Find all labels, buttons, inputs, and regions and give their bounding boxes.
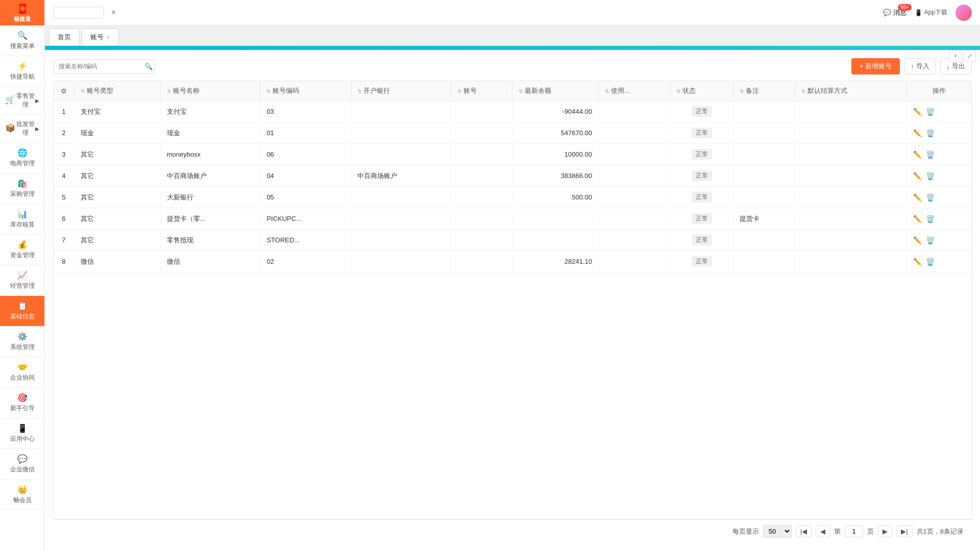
col-balance-label: 最新余额 — [525, 87, 551, 94]
cell-code: 03 — [260, 101, 351, 122]
close-tab-button[interactable]: × — [949, 50, 962, 62]
prev-page-button[interactable]: ◀ — [816, 525, 830, 537]
delete-icon[interactable]: 🗑️ — [926, 129, 935, 137]
edit-icon[interactable]: ✏️ — [913, 172, 922, 180]
delete-icon[interactable]: 🗑️ — [926, 215, 935, 223]
cell-balance: 547670.00 — [512, 122, 598, 144]
col-settings[interactable]: ⚙ — [54, 81, 74, 101]
edit-icon[interactable]: ✏️ — [913, 236, 922, 244]
sidebar-item-system[interactable]: ⚙️系统管理 — [0, 327, 44, 357]
col-balance[interactable]: ⇅最新余额 — [512, 81, 598, 101]
sidebar-item-wechat[interactable]: 💬企业微信 — [0, 449, 44, 480]
col-code[interactable]: ⇅账号编码 — [260, 81, 351, 101]
expand-tab-button[interactable]: ⤢ — [964, 50, 976, 62]
cell-settlement — [795, 101, 907, 122]
last-page-button[interactable]: ▶| — [896, 525, 912, 537]
delete-icon[interactable]: 🗑️ — [926, 151, 935, 159]
sidebar-item-member[interactable]: 👑畅会员 — [0, 480, 44, 510]
app-download-button[interactable]: 📱 App下载 — [915, 8, 947, 17]
cell-bank — [351, 208, 451, 230]
col-usage[interactable]: ⇅使用... — [598, 81, 670, 101]
col-bank[interactable]: ⇅开户银行 — [351, 81, 451, 101]
sidebar-icon-member: 👑 — [17, 485, 28, 494]
table-row: 3 其它 moneybosx 06 10000.00 正常 ✏️ 🗑️ — [54, 144, 971, 165]
delete-icon[interactable]: 🗑️ — [926, 108, 935, 116]
add-account-button[interactable]: + 新增账号 — [851, 58, 900, 74]
cell-settlement — [795, 165, 907, 187]
search-input[interactable] — [54, 60, 140, 73]
cell-status: 正常 — [670, 101, 733, 122]
edit-icon[interactable]: ✏️ — [913, 108, 922, 116]
first-page-button[interactable]: |◀ — [796, 525, 812, 537]
edit-icon[interactable]: ✏️ — [913, 129, 922, 137]
cell-remark — [733, 230, 795, 251]
cell-account — [451, 122, 512, 144]
cell-account — [451, 187, 512, 208]
delete-icon[interactable]: 🗑️ — [926, 193, 935, 202]
cell-balance: -90444.00 — [512, 101, 598, 122]
cell-status: 正常 — [670, 122, 733, 144]
sidebar-item-wholesale[interactable]: 📦批发管理▶ — [0, 115, 44, 143]
col-status[interactable]: ⇅状态 — [670, 81, 733, 101]
topbar-messages[interactable]: 💬 消息 99+ — [883, 8, 906, 17]
user-avatar[interactable] — [955, 5, 972, 21]
cell-name: 零售抵现 — [160, 230, 260, 251]
sidebar-item-purchase[interactable]: 🛍️采购管理 — [0, 173, 44, 204]
sidebar-label-purchase: 采购管理 — [10, 190, 35, 198]
edit-icon[interactable]: ✏️ — [913, 215, 922, 223]
tab-account[interactable]: 账号 × — [82, 29, 118, 45]
cell-balance — [512, 208, 598, 230]
topbar-search-input[interactable] — [53, 7, 104, 19]
sidebar-item-app-center[interactable]: 📱应用中心 — [0, 418, 44, 449]
sidebar-icon-purchase: 🛍️ — [17, 179, 28, 188]
col-type[interactable]: ⇅账号类型 — [74, 81, 160, 101]
sidebar-item-inventory[interactable]: 📊库存核算 — [0, 204, 44, 235]
sidebar-item-quick-nav[interactable]: ⚡快捷导航 — [0, 56, 44, 87]
tab-home[interactable]: 首页 — [49, 29, 80, 45]
table-row: 8 微信 微信 02 28241.10 正常 ✏️ 🗑️ — [54, 251, 971, 272]
edit-icon[interactable]: ✏️ — [913, 151, 922, 159]
edit-icon[interactable]: ✏️ — [913, 258, 922, 266]
next-page-button[interactable]: ▶ — [878, 525, 892, 537]
cell-id: 6 — [54, 208, 74, 230]
cell-usage — [598, 230, 670, 251]
import-icon: ↑ — [911, 63, 914, 70]
topbar-dropdown-icon[interactable]: ▼ — [110, 9, 117, 16]
col-name[interactable]: ⇅账号名称 — [160, 81, 260, 101]
sidebar-item-capital[interactable]: 💰资金管理 — [0, 235, 44, 265]
tab-home-label: 首页 — [58, 33, 71, 42]
tab-close-icon[interactable]: × — [107, 34, 110, 40]
cell-name: 提货卡（零... — [160, 208, 260, 230]
col-settlement[interactable]: ⇅默认结算方式 — [795, 81, 907, 101]
search-button[interactable]: 🔍 — [140, 60, 155, 73]
cell-account — [451, 251, 512, 272]
cell-name: 支付宝 — [160, 101, 260, 122]
delete-icon[interactable]: 🗑️ — [926, 236, 935, 244]
cell-status: 正常 — [670, 208, 733, 230]
cell-status: 正常 — [670, 165, 733, 187]
edit-icon[interactable]: ✏️ — [913, 193, 922, 202]
sidebar-item-operations[interactable]: 📈经营管理 — [0, 265, 44, 296]
sidebar-item-search-menu[interactable]: 🔍搜索菜单 — [0, 26, 44, 56]
import-button[interactable]: ↑ 导入 — [904, 58, 936, 74]
delete-icon[interactable]: 🗑️ — [926, 172, 935, 180]
sidebar-item-enterprise[interactable]: 🤝企业协同 — [0, 357, 44, 388]
sidebar-item-ecommerce[interactable]: 🌐电商管理 — [0, 143, 44, 173]
sidebar-item-basic-info[interactable]: 📋基础信息 — [0, 296, 44, 327]
delete-icon[interactable]: 🗑️ — [926, 258, 935, 266]
sidebar-item-retail[interactable]: 🛒零售管理▶ — [0, 87, 44, 115]
cell-actions: ✏️ 🗑️ — [907, 101, 971, 122]
cell-id: 4 — [54, 165, 74, 187]
status-badge: 正常 — [692, 213, 712, 224]
per-page-select[interactable]: 50 100 200 — [763, 525, 792, 538]
content-area: × ⤢ 🔍 + 新增账号 ↑ 导入 ↓ 导出 — [45, 46, 980, 551]
col-remark[interactable]: ⇅备注 — [733, 81, 795, 101]
sidebar-item-guide[interactable]: 🎯新手引导 — [0, 388, 44, 418]
status-badge: 正常 — [692, 128, 712, 138]
sidebar-icon-operations: 📈 — [17, 270, 28, 280]
col-account[interactable]: ⇅账号 — [451, 81, 512, 101]
cell-actions: ✏️ 🗑️ — [907, 187, 971, 208]
cell-remark — [733, 251, 795, 272]
cell-remark — [733, 144, 795, 165]
page-number-input[interactable]: 1 — [845, 525, 863, 537]
